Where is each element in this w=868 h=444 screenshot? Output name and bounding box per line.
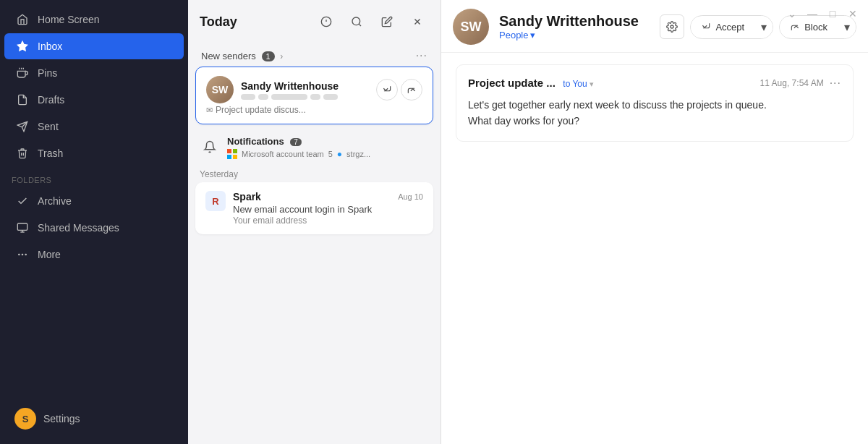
svg-point-17 (671, 25, 673, 28)
sidebar-label-archive: Archive (38, 195, 72, 207)
accept-chevron-btn[interactable]: ▾ (755, 16, 773, 38)
search-btn[interactable] (345, 10, 368, 33)
thread-subject: Project update ... (468, 77, 556, 89)
collapse-btn[interactable]: ⌄ (786, 7, 799, 20)
svg-point-9 (25, 254, 26, 255)
ms-sender-name: Microsoft account team (242, 150, 324, 158)
contact-name: Sandy Writtenhouse (499, 13, 650, 30)
email-card-sandy[interactable]: SW Sandy Writtenhouse (195, 67, 433, 124)
svg-line-14 (359, 24, 361, 26)
detail-name-area: Sandy Writtenhouse People ▾ (499, 13, 650, 40)
spark-card-content: R Spark Aug 10 New email account login i… (205, 191, 423, 226)
email-thread-item: Project update ... to You ▾ 11 Aug, 7:54… (456, 64, 854, 142)
email-card-spark[interactable]: R Spark Aug 10 New email account login i… (195, 182, 433, 234)
redacted-4 (310, 94, 320, 100)
redacted-1 (241, 94, 255, 100)
notifications-title-row: Notifications 7 (227, 135, 429, 148)
email-list-title: Today (200, 14, 307, 30)
email-sender-name: Sandy Writtenhouse (241, 80, 369, 92)
shared-messages-icon (16, 221, 29, 234)
sidebar-item-inbox[interactable]: Inbox (4, 33, 184, 59)
yesterday-label: Yesterday (195, 165, 433, 182)
spark-subject: New email account login in Spark (233, 204, 423, 215)
sidebar-item-shared-messages[interactable]: Shared Messages (4, 215, 184, 241)
bell-icon (200, 137, 220, 157)
sidebar-label-pins: Pins (38, 67, 57, 79)
spark-sender: Spark (233, 191, 261, 202)
home-icon (16, 13, 29, 26)
thread-header: Project update ... to You ▾ 11 Aug, 7:54… (468, 77, 841, 90)
svg-point-8 (22, 254, 22, 255)
email-card-header: SW Sandy Writtenhouse (206, 76, 422, 103)
inbox-icon (16, 40, 29, 53)
email-redacted-line (241, 94, 369, 100)
sidebar-label-shared-messages: Shared Messages (38, 222, 119, 234)
spark-preview: Your email address (233, 215, 423, 226)
email-sender-info: Sandy Writtenhouse (241, 80, 369, 100)
email-list-header: Today (188, 0, 441, 40)
new-senders-bar[interactable]: New senders 1 › ··· (195, 45, 433, 67)
email-preview-text: Project update discus... (216, 105, 306, 115)
sidebar-item-sent[interactable]: Sent (4, 114, 184, 140)
maximize-btn[interactable]: □ (826, 7, 839, 20)
edit-btn[interactable] (375, 10, 399, 33)
toggle-btn[interactable] (315, 10, 338, 33)
svg-rect-6 (17, 223, 27, 230)
redacted-5 (323, 94, 338, 100)
sidebar-item-trash[interactable]: Trash (4, 140, 184, 166)
close-window-btn[interactable]: ✕ (846, 7, 859, 20)
sidebar-item-archive[interactable]: Archive (4, 188, 184, 214)
notifications-row[interactable]: Notifications 7 Microsoft account team 5… (195, 129, 433, 165)
thread-to-arrow: ▾ (590, 80, 594, 88)
drafts-icon (16, 93, 29, 106)
other-sender-name: strgz... (346, 150, 370, 158)
settings-item[interactable]: S Settings (7, 402, 181, 435)
blue-dot: ● (337, 149, 342, 159)
accept-main-btn[interactable]: Accept (691, 17, 754, 37)
new-senders-badge: 1 (262, 51, 275, 61)
email-list-panel: Today New senders 1 › ··· SW (188, 0, 441, 444)
email-list-body: New senders 1 › ··· SW Sandy Writtenhous… (188, 40, 441, 444)
svg-marker-0 (17, 41, 27, 51)
thread-more-btn[interactable]: ··· (830, 77, 841, 90)
reject-email-btn[interactable] (401, 79, 422, 101)
sidebar-item-more[interactable]: More (4, 242, 184, 268)
new-senders-text: New senders 1 › (201, 51, 416, 61)
folders-section-label: Folders (0, 167, 188, 187)
sidebar-label-inbox: Inbox (38, 40, 62, 52)
sidebar-item-home-screen[interactable]: Home Screen (4, 7, 184, 33)
thread-to-label[interactable]: to You ▾ (563, 79, 594, 89)
notifications-info: Notifications 7 Microsoft account team 5… (227, 135, 429, 159)
ms-sender-count: 5 (328, 150, 333, 158)
minimize-btn[interactable]: — (806, 7, 819, 20)
sidebar-item-pins[interactable]: Pins (4, 60, 184, 86)
settings-label: Settings (43, 413, 80, 424)
notifications-badge: 7 (290, 138, 302, 146)
sidebar-label-trash: Trash (38, 148, 63, 159)
sidebar-item-drafts[interactable]: Drafts (4, 87, 184, 113)
thread-date: 11 Aug, 7:54 AM (760, 78, 824, 88)
gear-settings-btn[interactable] (660, 14, 684, 39)
spark-date: Aug 10 (398, 192, 423, 201)
svg-point-13 (352, 17, 360, 25)
detail-avatar: SW (453, 9, 489, 45)
sidebar-label-sent: Sent (38, 121, 59, 132)
people-chevron-icon: ▾ (530, 30, 535, 40)
trash-icon (16, 147, 29, 160)
email-preview-line: ✉ Project update discus... (206, 105, 422, 115)
envelope-small-icon: ✉ (206, 106, 213, 115)
redacted-3 (271, 94, 307, 100)
sidebar: Home Screen Inbox Pins Drafts Sent (0, 0, 188, 444)
sidebar-label-more: More (38, 249, 61, 260)
accept-email-btn[interactable] (376, 79, 398, 101)
people-link[interactable]: People ▾ (499, 30, 650, 40)
close-btn[interactable] (406, 10, 429, 33)
block-label: Block (804, 22, 827, 33)
redacted-2 (258, 94, 268, 100)
new-senders-more-btn[interactable]: ··· (416, 49, 427, 62)
notifications-title: Notifications (227, 136, 284, 147)
pin-icon (16, 67, 29, 80)
notifications-senders: Microsoft account team 5 ● strgz... (227, 149, 429, 159)
more-icon (16, 248, 29, 261)
microsoft-icon (227, 149, 237, 159)
